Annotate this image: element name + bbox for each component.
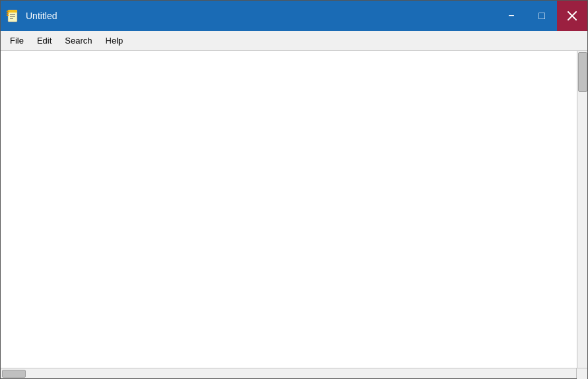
svg-rect-6	[7, 13, 9, 14]
scrollbar-corner	[577, 368, 587, 379]
bottom-bar	[1, 368, 587, 378]
vertical-scrollbar[interactable]	[577, 51, 587, 368]
title-bar-left: Untitled	[6, 9, 57, 23]
menu-search[interactable]: Search	[58, 33, 98, 48]
text-editor[interactable]	[1, 51, 577, 368]
title-bar-controls: − □	[496, 1, 587, 31]
title-bar: Untitled − □	[1, 1, 587, 31]
close-icon	[568, 11, 577, 20]
menu-bar: File Edit Search Help	[1, 31, 587, 51]
menu-file[interactable]: File	[3, 33, 30, 48]
menu-help[interactable]: Help	[99, 33, 130, 48]
minimize-button[interactable]: −	[496, 1, 527, 31]
svg-rect-7	[7, 15, 9, 16]
horizontal-scrollbar[interactable]	[1, 368, 577, 378]
maximize-button[interactable]: □	[527, 1, 557, 31]
scrollbar-thumb-horizontal[interactable]	[2, 370, 26, 378]
main-window: Untitled − □ File Edit Search Help	[0, 0, 588, 379]
scrollbar-thumb-vertical[interactable]	[578, 52, 587, 92]
close-button[interactable]	[557, 1, 587, 31]
svg-rect-5	[7, 11, 9, 12]
svg-rect-1	[8, 10, 17, 13]
menu-edit[interactable]: Edit	[30, 33, 58, 48]
window-title: Untitled	[26, 11, 57, 21]
notepad-icon	[6, 9, 20, 23]
editor-area	[1, 51, 587, 368]
